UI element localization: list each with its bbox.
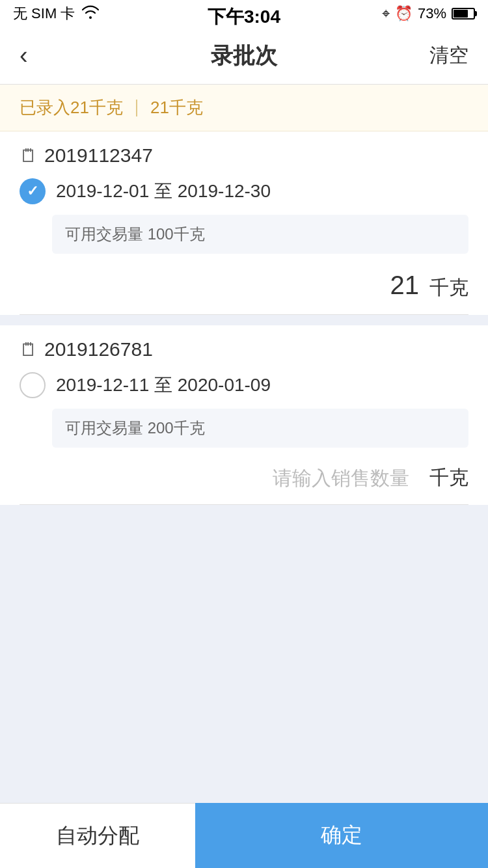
batch2-date-row[interactable]: 2019-12-11 至 2020-01-09	[0, 367, 488, 403]
time-display: 下午3:04	[208, 5, 280, 29]
carrier-text: 无 SIM 卡	[13, 4, 75, 23]
batch1-date: 2019-12-01 至 2019-12-30	[56, 179, 271, 204]
batch-card-2: 🗒 2019126781 2019-12-11 至 2020-01-09 可用交…	[0, 325, 488, 505]
batch1-amount-value: 21	[390, 271, 420, 300]
checkmark-icon: ✓	[27, 183, 38, 200]
batch1-header: 🗒 2019112347	[0, 131, 488, 173]
wifi-icon	[81, 5, 100, 23]
batch2-id: 2019126781	[44, 338, 153, 360]
batch2-available: 可用交易量 200千克	[52, 409, 468, 448]
batch2-available-text: 可用交易量 200千克	[65, 419, 205, 437]
status-right: ⌖ ⏰ 73%	[382, 5, 475, 22]
back-button[interactable]: ‹	[20, 42, 59, 70]
batch2-icon: 🗒	[20, 339, 38, 360]
batch1-amount-row: 21 千克	[0, 264, 488, 314]
batch2-radio[interactable]	[20, 372, 46, 398]
batch2-date: 2019-12-11 至 2020-01-09	[56, 373, 271, 398]
confirm-button[interactable]: 确定	[195, 803, 488, 868]
content-area: 已录入21千克 21千克 🗒 2019112347 ✓ 2019-12-01 至…	[0, 85, 488, 803]
batch-card-1: 🗒 2019112347 ✓ 2019-12-01 至 2019-12-30 可…	[0, 131, 488, 315]
alarm-icon: ⏰	[395, 5, 413, 22]
clear-button[interactable]: 清空	[429, 42, 468, 69]
batch1-icon: 🗒	[20, 145, 38, 167]
card-separator-1	[0, 315, 488, 325]
bottom-bar: 自动分配 确定	[0, 803, 488, 868]
summary-divider	[136, 100, 137, 116]
location-icon: ⌖	[382, 5, 390, 22]
status-bar: 无 SIM 卡 下午3:04 ⌖ ⏰ 73%	[0, 0, 488, 27]
battery-percent: 73%	[418, 5, 446, 22]
auto-distribute-button[interactable]: 自动分配	[0, 803, 195, 868]
nav-bar: ‹ 录批次 清空	[0, 27, 488, 85]
batch1-available-text: 可用交易量 100千克	[65, 225, 205, 243]
battery-icon	[452, 8, 475, 20]
batch2-input-row: 千克	[0, 458, 488, 504]
batch1-available: 可用交易量 100千克	[52, 215, 468, 254]
summary-value: 21千克	[150, 96, 203, 119]
batch2-header: 🗒 2019126781	[0, 325, 488, 367]
batch1-radio[interactable]: ✓	[20, 178, 46, 204]
batch1-amount-unit: 千克	[429, 275, 468, 301]
summary-label: 已录入21千克	[20, 96, 123, 119]
batch2-input-unit: 千克	[429, 465, 468, 491]
qty-input[interactable]	[224, 467, 419, 489]
batch1-date-row[interactable]: ✓ 2019-12-01 至 2019-12-30	[0, 173, 488, 210]
gray-area	[0, 505, 488, 803]
status-left: 无 SIM 卡	[13, 4, 100, 23]
summary-bar: 已录入21千克 21千克	[0, 85, 488, 131]
batch1-id: 2019112347	[44, 144, 153, 167]
page-title: 录批次	[211, 41, 277, 71]
